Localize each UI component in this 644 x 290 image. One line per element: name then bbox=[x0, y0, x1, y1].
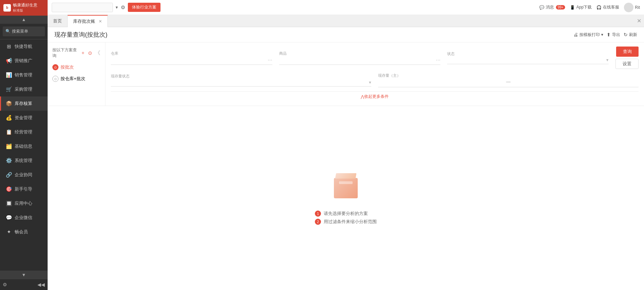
filter-sidebar-actions: ＋ ⊙ 《 bbox=[81, 50, 100, 57]
page-actions: 🖨 按模板打印 ▾ ⬆ 导出 ↻ 刷新 bbox=[573, 32, 637, 38]
warehouse-dots[interactable]: ··· bbox=[268, 57, 272, 63]
goods-input[interactable] bbox=[279, 57, 435, 62]
sidebar-item-enterprise[interactable]: 🔗企业协同 bbox=[0, 168, 48, 182]
inventory-status-dropdown-arrow[interactable]: ▾ bbox=[369, 80, 371, 85]
trial-button[interactable]: 体验行业方案 bbox=[128, 3, 160, 12]
goods-input-wrapper: ··· bbox=[279, 57, 441, 65]
topbar-right: 💬 消息 99+ 📱 App下载 🎧 在线客服 Rit bbox=[539, 3, 640, 12]
settings-plan-button[interactable]: ⊙ bbox=[88, 50, 92, 56]
warehouse-label: 仓库 bbox=[111, 51, 272, 56]
print-dropdown-arrow[interactable]: ▾ bbox=[601, 32, 603, 37]
status-dropdown-arrow[interactable]: ▾ bbox=[606, 57, 609, 62]
refresh-button[interactable]: ↻ 刷新 bbox=[624, 32, 637, 38]
refresh-icon: ↻ bbox=[624, 32, 628, 37]
goods-dots[interactable]: ··· bbox=[436, 57, 440, 63]
sidebar-item-inventory[interactable]: 📦库存核算 bbox=[0, 96, 48, 111]
nav-icon-wechat: 💬 bbox=[6, 215, 12, 221]
sidebar-item-member[interactable]: ✦畅会员 bbox=[0, 225, 48, 239]
search-menu-button[interactable]: 🔍 搜索菜单 bbox=[3, 26, 45, 36]
nav-icon-operations: 📋 bbox=[6, 129, 12, 135]
gear-button[interactable]: ⚙ bbox=[121, 4, 125, 11]
empty-steps: 1请先选择要分析的方案2用过滤条件来缩小分析范围 bbox=[315, 211, 377, 225]
sidebar-item-purchase[interactable]: 🛒采购管理 bbox=[0, 82, 48, 96]
sidebar-scroll-up[interactable]: ▲ bbox=[0, 16, 48, 24]
empty-box-graphic bbox=[334, 178, 358, 198]
sidebar-item-basics[interactable]: 🗂️基础信息 bbox=[0, 139, 48, 153]
app-download-button[interactable]: 📱 App下载 bbox=[570, 4, 592, 10]
export-button[interactable]: ⬆ 导出 bbox=[607, 32, 620, 38]
filter-actions: 查询 设置 bbox=[615, 47, 639, 69]
sidebar-item-system[interactable]: ⚙️系统管理 bbox=[0, 153, 48, 168]
query-button[interactable]: 查询 bbox=[616, 47, 639, 57]
warehouse-input[interactable] bbox=[111, 57, 266, 62]
sidebar-item-sales[interactable]: 📊销售管理 bbox=[0, 68, 48, 82]
nav-icon-system: ⚙️ bbox=[6, 158, 12, 164]
nav-icon-marketing: 📢 bbox=[6, 58, 12, 64]
add-plan-button[interactable]: ＋ bbox=[81, 50, 85, 56]
app-info: 畅康通好生意 标准版 bbox=[13, 3, 37, 13]
step-number: 1 bbox=[315, 211, 321, 217]
collapse-up-icon: ⋀ bbox=[361, 94, 364, 99]
topbar-left: ▾ ⚙ 体验行业方案 bbox=[52, 3, 160, 12]
tab-home-label: 首页 bbox=[53, 18, 62, 24]
avatar bbox=[624, 3, 633, 12]
filter-panel: 按以下方案查询 ＋ ⊙ 《 ⊙ 按批次 ⊙ 按仓库+批次 bbox=[48, 42, 644, 106]
collapse-sidebar-button[interactable]: ◀◀ bbox=[37, 282, 45, 287]
sidebar-item-guide[interactable]: 🎯新手引导 bbox=[0, 182, 48, 196]
filter-row-1: 仓库 ··· 商品 ··· 状态 bbox=[111, 47, 639, 69]
plan-batch[interactable]: ⊙ 按批次 bbox=[48, 61, 105, 73]
page-title: 现存量查询(按批次) bbox=[54, 31, 107, 39]
settings-button[interactable]: 设置 bbox=[615, 59, 639, 69]
nav-label-operations: 经营管理 bbox=[15, 129, 32, 135]
collapse-filter-sidebar-button[interactable]: 《 bbox=[95, 50, 100, 57]
page-header: 现存量查询(按批次) 🖨 按模板打印 ▾ ⬆ 导出 ↻ 刷新 bbox=[48, 27, 644, 42]
inventory-qty-input-wrapper: — bbox=[378, 79, 639, 87]
user-menu[interactable]: Rit bbox=[624, 3, 640, 12]
filter-sidebar: 按以下方案查询 ＋ ⊙ 《 ⊙ 按批次 ⊙ 按仓库+批次 bbox=[48, 42, 105, 106]
collapse-more-button[interactable]: ⋀ 收起更多条件 bbox=[111, 91, 639, 102]
content-area: 现存量查询(按批次) 🖨 按模板打印 ▾ ⬆ 导出 ↻ 刷新 bbox=[48, 27, 644, 290]
tab-close-icon[interactable]: ✕ bbox=[99, 19, 102, 24]
sidebar: b 畅康通好生意 标准版 ▲ 🔍 搜索菜单 ⊞快捷导航📢营销推广📊销售管理🛒采购… bbox=[0, 0, 48, 290]
nav-icon-sales: 📊 bbox=[6, 72, 12, 78]
inventory-status-input[interactable] bbox=[111, 80, 368, 85]
sidebar-item-finance[interactable]: 💰资金管理 bbox=[0, 111, 48, 125]
step-number: 2 bbox=[315, 219, 321, 225]
nav-label-inventory: 库存核算 bbox=[15, 101, 32, 107]
dropdown-button[interactable]: ▾ bbox=[116, 5, 118, 10]
inventory-qty-max-input[interactable] bbox=[515, 80, 639, 85]
nav-label-finance: 资金管理 bbox=[15, 115, 32, 121]
sidebar-item-operations[interactable]: 📋经营管理 bbox=[0, 125, 48, 139]
step-text: 用过滤条件来缩小分析范围 bbox=[324, 219, 377, 225]
nav-label-sales: 销售管理 bbox=[15, 72, 32, 78]
plan-warehouse-batch[interactable]: ⊙ 按仓库+批次 bbox=[48, 73, 105, 85]
tab-home[interactable]: 首页 bbox=[48, 15, 68, 27]
inventory-qty-label: 现存量（主） bbox=[378, 73, 639, 78]
goods-label: 商品 bbox=[279, 51, 441, 56]
sidebar-item-quicknav[interactable]: ⊞快捷导航 bbox=[0, 39, 48, 54]
close-all-tabs-button[interactable]: ✕ bbox=[637, 18, 641, 24]
status-label: 状态 bbox=[447, 51, 609, 56]
filter-row-2: 现存量状态 ▾ 现存量（主） — bbox=[111, 73, 639, 87]
sidebar-item-wechat[interactable]: 💬企业微信 bbox=[0, 211, 48, 225]
sidebar-scroll-down[interactable]: ▼ bbox=[0, 271, 48, 279]
tab-batch-label: 库存批次账 bbox=[73, 18, 95, 24]
tab-batch[interactable]: 库存批次账 ✕ bbox=[68, 15, 108, 27]
nav-label-enterprise: 企业协同 bbox=[15, 172, 32, 178]
online-service-button[interactable]: 🎧 在线客服 bbox=[596, 4, 619, 10]
messages-button[interactable]: 💬 消息 99+ bbox=[539, 4, 565, 10]
filter-main: 仓库 ··· 商品 ··· 状态 bbox=[105, 42, 644, 106]
inventory-status-field: 现存量状态 ▾ bbox=[111, 74, 371, 87]
inventory-qty-min-input[interactable] bbox=[378, 80, 502, 85]
sidebar-item-appcenter[interactable]: 🔲应用中心 bbox=[0, 196, 48, 211]
status-input[interactable] bbox=[447, 57, 605, 62]
print-button[interactable]: 🖨 按模板打印 ▾ bbox=[573, 32, 603, 38]
sidebar-search-area: 🔍 搜索菜单 bbox=[0, 24, 48, 39]
sidebar-footer: ⚙ ◀◀ bbox=[0, 279, 48, 290]
search-input[interactable] bbox=[52, 3, 113, 12]
settings-footer-button[interactable]: ⚙ bbox=[3, 282, 7, 287]
sidebar-item-marketing[interactable]: 📢营销推广 bbox=[0, 54, 48, 68]
inventory-status-label: 现存量状态 bbox=[111, 74, 371, 79]
empty-step: 1请先选择要分析的方案 bbox=[315, 211, 377, 217]
nav-icon-finance: 💰 bbox=[6, 115, 12, 121]
